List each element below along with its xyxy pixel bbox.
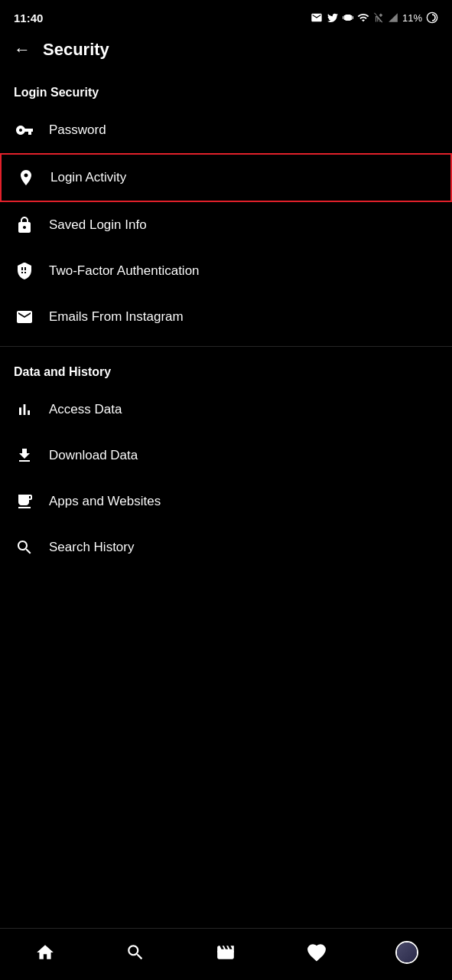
bottom-nav <box>0 928 452 980</box>
apps-websites-item[interactable]: Apps and Websites <box>0 479 452 524</box>
status-time: 11:40 <box>14 11 43 24</box>
saved-login-info-label: Saved Login Info <box>49 217 147 233</box>
search-history-label: Search History <box>49 540 134 555</box>
password-item[interactable]: Password <box>0 107 452 153</box>
login-activity-label: Login Activity <box>50 170 126 185</box>
password-label: Password <box>49 122 106 138</box>
access-data-item[interactable]: Access Data <box>0 387 452 433</box>
wifi-icon <box>357 11 369 24</box>
signal-off-icon <box>373 12 384 23</box>
page-title: Security <box>43 40 109 60</box>
vibrate-icon <box>343 12 353 23</box>
nav-profile[interactable] <box>389 937 425 968</box>
download-data-item[interactable]: Download Data <box>0 433 452 479</box>
battery-icon <box>426 11 438 24</box>
nav-reels[interactable] <box>207 937 244 968</box>
download-data-label: Download Data <box>49 448 138 463</box>
location-icon <box>15 167 37 188</box>
envelope-icon <box>14 306 35 328</box>
twitter-icon <box>327 11 339 24</box>
nav-heart[interactable] <box>298 937 335 968</box>
section-divider <box>0 346 452 347</box>
two-factor-item[interactable]: Two-Factor Authentication <box>0 248 452 294</box>
emails-instagram-item[interactable]: Emails From Instagram <box>0 294 452 340</box>
download-icon <box>14 445 35 466</box>
search-icon <box>14 537 35 558</box>
apps-websites-label: Apps and Websites <box>49 494 161 509</box>
login-security-label: Login Security <box>0 74 452 107</box>
lock-person-icon <box>14 214 35 236</box>
nav-search[interactable] <box>117 937 154 968</box>
avatar-image <box>397 942 417 962</box>
shield-phone-icon <box>14 260 35 282</box>
data-history-section: Data and History Access Data Download Da… <box>0 353 452 570</box>
apps-icon <box>14 491 35 512</box>
access-data-label: Access Data <box>49 402 122 417</box>
emails-instagram-label: Emails From Instagram <box>49 309 184 325</box>
bar-chart-icon <box>14 399 35 420</box>
nav-home[interactable] <box>27 937 63 968</box>
two-factor-label: Two-Factor Authentication <box>49 263 200 279</box>
status-bar: 11:40 11% <box>0 0 452 32</box>
avatar <box>395 941 418 964</box>
search-history-item[interactable]: Search History <box>0 524 452 570</box>
back-button[interactable]: ← <box>14 40 31 60</box>
saved-login-info-item[interactable]: Saved Login Info <box>0 202 452 248</box>
login-security-section: Login Security Password Login Activity S… <box>0 74 452 340</box>
signal-off2-icon <box>388 12 398 23</box>
login-activity-item[interactable]: Login Activity <box>0 153 452 202</box>
header: ← Security <box>0 32 452 74</box>
data-history-label: Data and History <box>0 353 452 387</box>
gmail-icon <box>311 11 323 24</box>
key-icon <box>14 119 35 141</box>
svg-rect-1 <box>218 950 235 952</box>
status-icons: 11% <box>311 11 438 24</box>
battery-text: 11% <box>402 12 422 24</box>
